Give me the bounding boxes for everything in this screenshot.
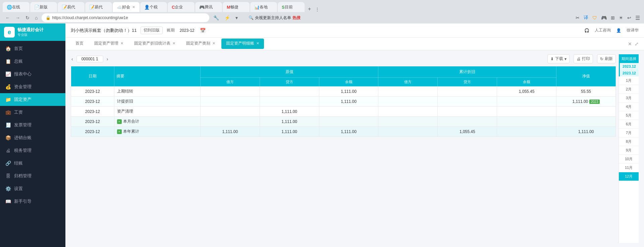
scissors-icon[interactable]: ✂	[576, 15, 580, 20]
th-dep-balance: 余额	[497, 78, 556, 86]
nav-reports[interactable]: 📈 报表中心	[0, 68, 65, 80]
nav-home[interactable]: 🏠 首页	[0, 42, 65, 55]
page-tab-fa-depreciation[interactable]: 固定资产折旧统计表 ✕	[129, 39, 180, 49]
prev-account-button[interactable]: ‹	[71, 56, 74, 62]
download-button[interactable]: ⬇ 下载 ▾	[547, 54, 570, 63]
close-window-button[interactable]: ✕	[628, 41, 632, 47]
period-calendar-icon[interactable]: 📅	[200, 28, 206, 33]
nav-settings[interactable]: ⚙️ 设置	[0, 182, 65, 195]
back-button[interactable]: ←	[4, 14, 11, 21]
logo-title: 畅捷通好会计	[17, 27, 44, 33]
reload-button[interactable]: ↻	[24, 14, 31, 21]
cell-orig-credit: 1,111.00	[260, 117, 319, 127]
url-bar[interactable]: 🔒 https://cloud.chanjet.com/accounting/u…	[42, 13, 209, 22]
logo-subtitle: 专业版	[17, 33, 44, 37]
nav-general-ledger[interactable]: 📋 总账	[0, 55, 65, 68]
tab-overflow-btn[interactable]: ⋮	[314, 7, 321, 12]
th-orig-credit: 贷方	[260, 78, 319, 86]
tab-online[interactable]: 🌐 在线	[3, 2, 30, 12]
expand-window-button[interactable]: ⤢	[635, 41, 639, 47]
tab-yidai2[interactable]: 📝 易代	[85, 2, 112, 12]
page-tab-fa-management[interactable]: 固定资产管理 ✕	[90, 39, 128, 49]
download-dropdown-icon: ▾	[565, 57, 567, 61]
page-tab-fa-depreciation-close[interactable]: ✕	[172, 41, 175, 46]
refresh-button[interactable]: ↻ 刷新	[597, 54, 616, 63]
period-month-item[interactable]: 12月	[619, 172, 639, 181]
tab-qiye[interactable]: C 企业	[168, 2, 195, 12]
page-tab-fa-detail-close[interactable]: ✕	[256, 41, 259, 46]
period-month-item[interactable]: 8月	[619, 137, 639, 146]
switch-version-button[interactable]: 切到旧版	[141, 26, 163, 34]
page-tab-fa-management-close[interactable]: ✕	[120, 41, 123, 46]
nav-payroll-label: 工资	[14, 109, 23, 115]
period-month-item[interactable]: 9月	[619, 146, 639, 155]
grid-icon[interactable]: ⊞	[611, 15, 615, 20]
nav-guide[interactable]: 📖 新手引导	[0, 195, 65, 208]
period-month-item[interactable]: 4月	[619, 103, 639, 111]
translate-icon[interactable]: 译	[584, 15, 588, 21]
period-month-item[interactable]: 1月	[619, 76, 639, 85]
cell-net-value	[556, 117, 616, 127]
tab-close-haohui[interactable]: ✕	[132, 5, 135, 9]
nav-archive[interactable]: 🗄 归档管理	[0, 170, 65, 182]
tab-haohui[interactable]: ☁️ 好会 ✕	[113, 2, 140, 12]
nav-invoice-label: 发票管理	[14, 122, 32, 128]
nav-tax[interactable]: 🖨 税务管理	[0, 144, 65, 157]
human-service-label[interactable]: 人工咨询	[595, 27, 611, 33]
cell-dep-balance	[497, 127, 556, 137]
nav-purchase-sale[interactable]: 📦 进销台账	[0, 131, 65, 144]
period-month-item[interactable]: 7月	[619, 129, 639, 137]
menu-icon[interactable]: ☰	[635, 15, 640, 21]
period-month-item[interactable]: 2月	[619, 85, 639, 94]
account-code-display: 000001 1	[76, 56, 103, 62]
period-month-item[interactable]: 10月	[619, 155, 639, 164]
page-tab-fa-category[interactable]: 固定资产类别 ✕	[181, 39, 220, 49]
tab-icon-tengxun: 🎮	[199, 5, 205, 10]
tab-muqian[interactable]: S 目前	[278, 2, 305, 12]
nav-invoice[interactable]: 🧾 发票管理	[0, 119, 65, 131]
top-bar: 刘小艳演示账套（勿删勿动！）11 切到旧版 账期 2023-12 📅 🎧 人工咨…	[65, 23, 644, 38]
page-tab-home[interactable]: 首页	[71, 39, 88, 49]
cell-dep-credit	[438, 97, 497, 107]
th-net-value: 净值	[556, 66, 616, 86]
tab-icon-yidai1: 📝	[62, 5, 67, 10]
nav-payroll[interactable]: 💼 工资	[0, 106, 65, 119]
brightness-icon[interactable]: ☀	[619, 15, 623, 20]
shield-icon[interactable]: 🛡	[592, 15, 597, 20]
tab-geshui[interactable]: 👤 个税	[140, 2, 167, 12]
table-row: 2023-12 计提折旧 1,111.00 1,111.002023	[71, 97, 616, 107]
nav-capital[interactable]: 💰 资金管理	[0, 80, 65, 93]
address-bar: ← → ↻ ⌂ 🔒 https://cloud.chanjet.com/acco…	[0, 12, 644, 23]
nav-fixed-assets[interactable]: 📁 固定资产	[0, 93, 65, 106]
page-tab-fa-detail[interactable]: 固定资产明细账 ✕	[221, 39, 264, 49]
cell-summary: 计提折旧	[114, 97, 200, 107]
cell-dep-balance	[497, 97, 556, 107]
cell-dep-credit	[438, 117, 497, 127]
tab-tengxun[interactable]: 🎮 腾讯	[195, 2, 222, 12]
nav-closing[interactable]: 🔗 结账	[0, 157, 65, 170]
game-icon[interactable]: 🎮	[601, 15, 607, 20]
period-month-item[interactable]: 11月	[619, 164, 639, 172]
home-button[interactable]: ⌂	[34, 14, 39, 21]
tab-changjie[interactable]: M 畅捷	[223, 2, 250, 12]
print-button[interactable]: 🖨 打印	[574, 54, 593, 63]
cell-orig-balance	[319, 117, 378, 127]
table-row: 2023-12 资产清理 1,111.00	[71, 107, 616, 117]
content-area: ‹ 000001 1 › ⬇ 下载 ▾ 🖨 打印	[65, 50, 644, 247]
period-month-item[interactable]: 6月	[619, 120, 639, 129]
period-month-item[interactable]: 3月	[619, 94, 639, 103]
tab-gedi[interactable]: 📊 各地	[250, 2, 277, 12]
sidebar-nav: 🏠 首页 📋 总账 📈 报表中心 💰 资金管理 📁 固定资产 💼 工资	[0, 41, 65, 247]
next-account-button[interactable]: ›	[106, 56, 109, 62]
page-tab-fa-category-close[interactable]: ✕	[212, 41, 215, 46]
purchase-sale-nav-icon: 📦	[5, 135, 11, 140]
tab-yidai1[interactable]: 📝 易代	[58, 2, 85, 12]
tab-label-tengxun: 腾讯	[205, 4, 213, 10]
forward-button[interactable]: →	[14, 14, 21, 21]
period-month-item[interactable]: 5月	[619, 111, 639, 120]
tab-new[interactable]: 📄 新版	[30, 2, 57, 12]
new-tab-button[interactable]: +	[305, 6, 314, 12]
history-icon[interactable]: ↩	[627, 15, 631, 20]
sidebar-logo: e 畅捷通好会计 专业版	[0, 23, 65, 41]
dropdown-arrow[interactable]: ▾	[234, 14, 239, 21]
